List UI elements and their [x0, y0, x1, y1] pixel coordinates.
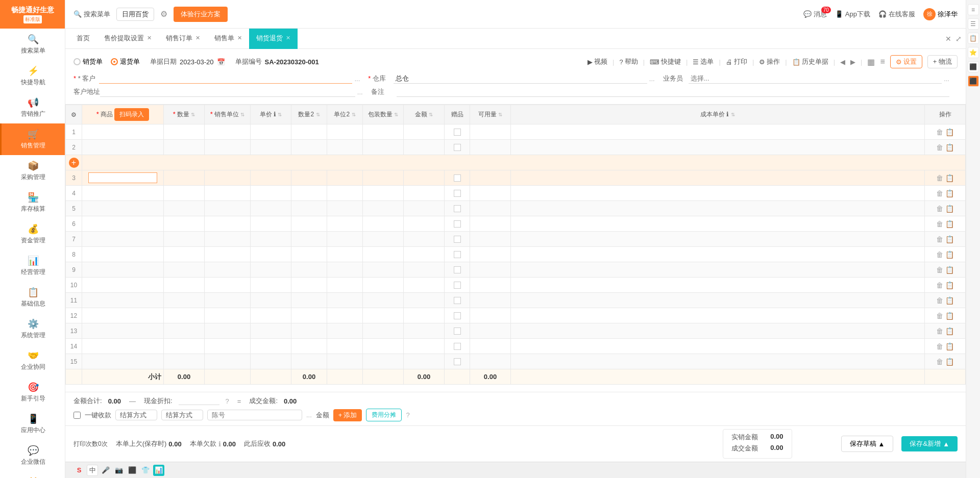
cell-amount-15[interactable]	[404, 354, 445, 369]
cell-gift-9[interactable]	[445, 262, 470, 278]
cell-unit2-9[interactable]	[327, 262, 363, 278]
row-delete-7[interactable]: 🗑	[936, 235, 943, 243]
gift-checkbox-3[interactable]	[454, 174, 461, 182]
cell-gift-14[interactable]	[445, 339, 470, 354]
cell-gift-2[interactable]	[445, 140, 470, 155]
cell-gift-6[interactable]	[445, 216, 470, 232]
row-delete-1[interactable]: 🗑	[936, 128, 943, 136]
tab-sales-order[interactable]: 销售订单✕	[159, 29, 207, 49]
cell-available-1[interactable]	[470, 124, 511, 140]
cell-gift-10[interactable]	[445, 278, 470, 293]
cell-goods-4[interactable]	[82, 186, 164, 201]
sidebar-item-enterprise[interactable]: 🤝企业协同	[0, 345, 65, 376]
col-price-sort[interactable]: ⇅	[278, 112, 282, 117]
row-copy-11[interactable]: 📋	[945, 296, 954, 305]
row-copy-4[interactable]: 📋	[945, 189, 954, 197]
gift-checkbox-4[interactable]	[454, 190, 461, 197]
row-delete-10[interactable]: 🗑	[936, 281, 943, 289]
cell-unit2-6[interactable]	[327, 216, 363, 232]
salesperson-more-icon[interactable]: ...	[944, 75, 949, 83]
col-unit2-sort[interactable]: ⇅	[352, 112, 356, 117]
experience-btn[interactable]: 体验行业方案	[174, 7, 228, 22]
action-print[interactable]: 🖨打印	[726, 57, 747, 66]
rp-btn-2[interactable]: ☰	[968, 18, 979, 30]
cell-unit-price-9[interactable]	[251, 262, 291, 278]
task-zh-icon[interactable]: 中	[87, 465, 98, 476]
cell-amount-9[interactable]	[404, 262, 445, 278]
row-delete-2[interactable]: 🗑	[936, 143, 943, 152]
task-scan-icon[interactable]: ⬛	[127, 465, 138, 476]
cell-unit2-7[interactable]	[327, 232, 363, 247]
cell-unit2-5[interactable]	[327, 201, 363, 216]
action-shortcut[interactable]: ⌨快捷键	[650, 57, 681, 66]
task-mic-icon[interactable]: 🎤	[100, 465, 111, 476]
topbar-app-download[interactable]: 📱 App下载	[835, 10, 870, 19]
cell-qty-11[interactable]	[164, 293, 205, 308]
fees-btn[interactable]: 费用分摊	[366, 409, 402, 421]
row-delete-4[interactable]: 🗑	[936, 189, 943, 197]
tab-close-sales-delivery[interactable]: ✕	[237, 35, 242, 41]
sidebar-item-basic[interactable]: 📋基础信息	[0, 282, 65, 313]
sidebar-item-purchase[interactable]: 📦采购管理	[0, 155, 65, 187]
col-cost-sort[interactable]: ⇅	[731, 112, 735, 117]
row-copy-10[interactable]: 📋	[945, 281, 954, 289]
rp-btn-active[interactable]: ⬛	[968, 76, 979, 87]
cell-unit-price-4[interactable]	[251, 186, 291, 201]
cell-goods-12[interactable]	[82, 308, 164, 323]
action-help[interactable]: ?帮助	[619, 57, 638, 66]
topbar-daily-goods[interactable]: 日用百货	[116, 8, 154, 21]
radio-sales[interactable]: 销货单	[74, 57, 103, 66]
cell-unit2-14[interactable]	[327, 339, 363, 354]
cell-pkg-qty-14[interactable]	[363, 339, 404, 354]
sidebar-item-guide[interactable]: 🎯新手引导	[0, 376, 65, 408]
cell-goods-14[interactable]	[82, 339, 164, 354]
prev-record-btn[interactable]: ◀	[840, 58, 845, 66]
cell-pkg-qty-7[interactable]	[363, 232, 404, 247]
cell-unit2-3[interactable]	[327, 170, 363, 186]
warehouse-input[interactable]	[394, 73, 647, 84]
cell-unit-price-13[interactable]	[251, 323, 291, 339]
col-amount-sort[interactable]: ⇅	[429, 112, 433, 117]
cell-gift-4[interactable]	[445, 186, 470, 201]
row-copy-2[interactable]: 📋	[945, 143, 954, 152]
cell-unit2-11[interactable]	[327, 293, 363, 308]
cell-unit2-4[interactable]	[327, 186, 363, 201]
cell-sales-unit-15[interactable]	[205, 354, 251, 369]
account-input[interactable]	[207, 410, 302, 420]
cell-pkg-qty-4[interactable]	[363, 186, 404, 201]
cell-qty2-5[interactable]	[291, 201, 327, 216]
cell-unit-price-5[interactable]	[251, 201, 291, 216]
cell-sales-unit-11[interactable]	[205, 293, 251, 308]
salesperson-input[interactable]	[689, 73, 942, 84]
sidebar-item-inventory[interactable]: 🏪库存核算	[0, 187, 65, 218]
cell-pkg-qty-11[interactable]	[363, 293, 404, 308]
cell-cost-price-7[interactable]	[511, 232, 925, 247]
cell-sales-unit-7[interactable]	[205, 232, 251, 247]
radio-return[interactable]: 退货单	[111, 57, 140, 66]
cell-amount-3[interactable]	[404, 170, 445, 186]
cash-discount-input[interactable]	[179, 397, 219, 405]
cell-qty-13[interactable]	[164, 323, 205, 339]
cell-qty-12[interactable]	[164, 308, 205, 323]
cell-available-7[interactable]	[470, 232, 511, 247]
cell-amount-1[interactable]	[404, 124, 445, 140]
sidebar-item-apps[interactable]: 📱应用中心	[0, 408, 65, 440]
row-copy-1[interactable]: 📋	[945, 128, 954, 136]
cell-available-12[interactable]	[470, 308, 511, 323]
rp-btn-5[interactable]: ⬛	[968, 61, 979, 72]
cell-cost-price-15[interactable]	[511, 354, 925, 369]
calc-method-select[interactable]: 结算方式	[115, 410, 157, 420]
customer-more-icon[interactable]: ...	[354, 75, 360, 83]
cell-cost-price-5[interactable]	[511, 201, 925, 216]
cell-gift-15[interactable]	[445, 354, 470, 369]
cell-cost-price-11[interactable]	[511, 293, 925, 308]
topbar-gear-icon[interactable]: ⚙	[160, 9, 167, 19]
row-delete-8[interactable]: 🗑	[936, 250, 943, 259]
row-delete-14[interactable]: 🗑	[936, 342, 943, 350]
topbar-online-service[interactable]: 🎧 在线客服	[878, 10, 915, 19]
cell-cost-price-4[interactable]	[511, 186, 925, 201]
row-delete-5[interactable]: 🗑	[936, 205, 943, 213]
cell-pkg-qty-2[interactable]	[363, 140, 404, 155]
row-copy-6[interactable]: 📋	[945, 220, 954, 228]
sidebar-item-marketing[interactable]: 📢营销推广	[0, 92, 65, 123]
